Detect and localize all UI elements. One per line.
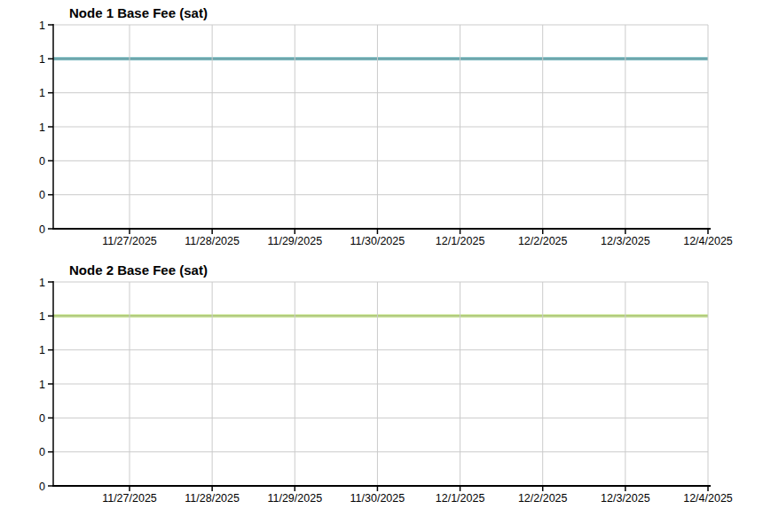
chart-node-1-base-fee: 111100011/27/202511/28/202511/29/202511/…	[0, 0, 763, 257]
x-tick-label: 11/29/2025	[267, 492, 322, 505]
y-tick-label: 0	[39, 223, 45, 236]
node-2-plot-area: 111100011/27/202511/28/202511/29/202511/…	[0, 257, 763, 514]
x-tick-label: 11/28/2025	[185, 235, 240, 247]
x-tick-label: 11/30/2025	[350, 235, 405, 247]
x-tick-label: 11/28/2025	[185, 492, 240, 505]
y-tick-label: 1	[39, 20, 45, 32]
charts-page: 111100011/27/202511/28/202511/29/202511/…	[0, 0, 763, 532]
y-tick-label: 1	[39, 277, 45, 289]
x-tick-label: 12/3/2025	[601, 492, 650, 505]
x-tick-label: 12/3/2025	[601, 235, 650, 247]
y-tick-label: 0	[39, 446, 45, 458]
y-tick-label: 1	[39, 53, 45, 66]
y-tick-label: 0	[39, 481, 45, 493]
chart-title-node-1: Node 1 Base Fee (sat)	[69, 5, 208, 20]
y-tick-label: 0	[39, 412, 45, 425]
y-tick-label: 1	[39, 310, 45, 323]
x-tick-label: 12/4/2025	[683, 235, 733, 247]
x-tick-label: 11/30/2025	[350, 492, 405, 505]
x-tick-label: 12/2/2025	[518, 235, 568, 247]
y-tick-label: 1	[39, 87, 45, 99]
y-tick-label: 1	[39, 379, 45, 391]
y-tick-label: 1	[39, 344, 45, 356]
x-tick-label: 12/1/2025	[436, 235, 485, 247]
x-tick-label: 11/29/2025	[267, 235, 322, 247]
y-tick-label: 1	[39, 121, 45, 134]
x-tick-label: 11/27/2025	[102, 235, 157, 247]
x-tick-label: 11/27/2025	[102, 492, 157, 505]
y-tick-label: 0	[39, 155, 45, 168]
x-tick-label: 12/4/2025	[683, 492, 733, 505]
chart-title-node-2: Node 2 Base Fee (sat)	[69, 262, 208, 278]
node-1-plot-area: 111100011/27/202511/28/202511/29/202511/…	[0, 0, 763, 257]
chart-node-2-base-fee: 111100011/27/202511/28/202511/29/202511/…	[0, 257, 763, 514]
x-tick-label: 12/2/2025	[518, 492, 568, 505]
x-tick-label: 12/1/2025	[436, 492, 485, 505]
y-tick-label: 0	[39, 189, 45, 201]
